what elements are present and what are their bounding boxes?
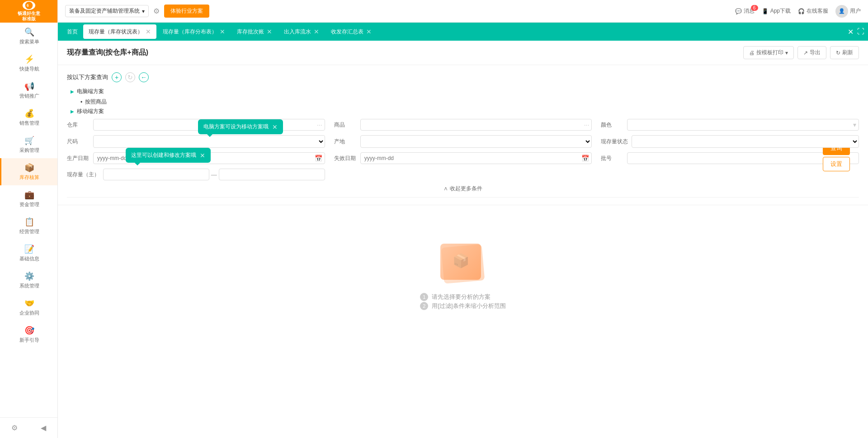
sidebar-item-operations[interactable]: 📋 经营管理 <box>0 212 57 240</box>
tab-in-out-flow[interactable]: 出入库流水 ✕ <box>278 24 325 39</box>
user-item[interactable]: 👤 用户 <box>835 5 861 18</box>
tab-close-icon[interactable]: ✕ <box>146 28 151 35</box>
header-right: 💬 消息 6 📱 App下载 🎧 在线客服 👤 用户 <box>735 5 861 18</box>
box-emoji-icon: 📦 <box>440 244 481 268</box>
tab-close-icon[interactable]: ✕ <box>267 28 272 35</box>
tab-expand-icon[interactable]: ⛶ <box>857 28 864 36</box>
settings-bottom-icon[interactable]: ⚙ <box>9 421 20 434</box>
back-arrow-button[interactable]: ← <box>139 72 149 82</box>
chevron-down-icon: ▾ <box>142 8 145 14</box>
sidebar-item-search[interactable]: 🔍 搜索菜单 <box>0 23 57 50</box>
sidebar-item-quick-nav[interactable]: ⚡ 快捷导航 <box>0 50 57 77</box>
sidebar: 6 畅通好生意 标准版 🔍 搜索菜单 ⚡ 快捷导航 📢 营销推广 💰 销售管理 … <box>0 0 58 438</box>
sidebar-item-purchase[interactable]: 🛒 采购管理 <box>0 131 57 158</box>
refresh-button[interactable]: ↻ 刷新 <box>830 46 859 59</box>
dot-icon: • <box>80 99 82 105</box>
tab-bar: 首页 现存量（库存状况表） ✕ 现存量（库存分布表） ✕ 库存批次账 ✕ 出入库… <box>58 23 868 41</box>
step-1-num: 1 <box>420 293 428 301</box>
sidebar-item-label: 企业协同 <box>19 310 39 316</box>
tab-collect-summary[interactable]: 收发存汇总表 ✕ <box>326 24 377 39</box>
collapse-row[interactable]: ∧ 收起更多条件 <box>67 180 859 198</box>
collapse-sidebar-icon[interactable]: ◀ <box>38 421 48 434</box>
desktop-plan-item[interactable]: ▶ 电脑端方案 <box>67 88 859 95</box>
sidebar-item-system[interactable]: ⚙️ 系统管理 <box>0 267 57 294</box>
sidebar-item-assets[interactable]: 💼 资金管理 <box>0 185 57 212</box>
print-button[interactable]: 🖨 按模板打印 ▾ <box>743 46 794 59</box>
refresh-plan-button[interactable]: ↻ <box>125 72 135 82</box>
tab-close-icon[interactable]: ✕ <box>314 28 319 35</box>
expiry-date-wrapper: 📅 <box>360 152 592 164</box>
origin-select[interactable] <box>360 135 592 148</box>
size-input-wrapper <box>93 135 325 148</box>
add-plan-button[interactable]: + <box>112 72 122 82</box>
sidebar-item-basics[interactable]: 📝 基础信息 <box>0 240 57 267</box>
stock-status-label: 现存量状态 <box>601 138 628 146</box>
desktop-plan-label: 电脑端方案 <box>77 88 104 95</box>
system-selector[interactable]: 装备及固定资产辅助管理系统 ▾ <box>65 5 149 17</box>
size-select[interactable] <box>93 135 325 148</box>
size-label: 尺码 <box>67 138 90 146</box>
filter-row-1: 仓库 ··· 商品 ··· <box>67 119 859 131</box>
briefcase-icon: 💼 <box>24 190 34 200</box>
sidebar-item-sales[interactable]: 💰 销售管理 <box>0 104 57 131</box>
stock-qty-max-input[interactable] <box>219 169 325 180</box>
tooltip-plan-text: 电脑方案可设为移动方案哦 <box>203 123 269 131</box>
empty-step-2: 2 用[过滤]条件来缩小分析范围 <box>420 302 505 310</box>
stock-status-select[interactable] <box>632 135 859 148</box>
filter-color: 颜色 ▾ <box>601 119 859 131</box>
goods-input[interactable] <box>360 119 592 131</box>
tab-close-icon[interactable]: ✕ <box>220 28 225 35</box>
sub-plan-item[interactable]: • 按照商品 <box>80 98 859 106</box>
sidebar-item-label: 资金管理 <box>19 201 39 208</box>
export-button[interactable]: ↗ 导出 <box>797 46 826 59</box>
sub-plan-label: 按照商品 <box>85 98 107 106</box>
collapse-label: 收起更多条件 <box>450 185 482 192</box>
goods-label: 商品 <box>334 121 357 129</box>
online-support-label: 在线客服 <box>807 7 828 15</box>
filter-goods: 商品 ··· <box>334 119 592 131</box>
empty-box-front: 📦 <box>440 244 481 280</box>
expiry-date-input[interactable] <box>360 152 592 164</box>
filter-row-2: 尺码 产地 现存量状态 <box>67 135 859 148</box>
step-2-text: 用[过滤]条件来缩小分析范围 <box>432 302 505 310</box>
sidebar-bottom: ⚙ ◀ <box>0 417 57 438</box>
page-inner: 现存量查询(按仓库+商品) 🖨 按模板打印 ▾ ↗ 导出 ↻ 刷新 <box>58 41 868 438</box>
sidebar-item-marketing[interactable]: 📢 营销推广 <box>0 77 57 104</box>
sidebar-item-inventory[interactable]: 📦 库存核算 <box>0 158 57 185</box>
header-settings-icon[interactable]: ⚙ <box>153 7 160 15</box>
stock-qty-min-input[interactable] <box>103 169 209 180</box>
chat-icon: 💬 <box>735 8 742 14</box>
goods-input-wrapper: ··· <box>360 119 592 131</box>
app-download-item[interactable]: 📱 App下载 <box>762 7 791 15</box>
mobile-plan-item[interactable]: ▶ 移动端方案 <box>67 108 859 115</box>
tab-close-all-icon[interactable]: ✕ <box>848 28 854 36</box>
sidebar-item-label: 采购管理 <box>19 147 39 154</box>
tab-inventory-dist[interactable]: 现存量（库存分布表） ✕ <box>157 24 231 39</box>
tab-close-icon[interactable]: ✕ <box>366 28 372 35</box>
batch-label: 批号 <box>601 155 623 162</box>
cart-icon: 🛒 <box>24 136 34 146</box>
tab-home[interactable]: 首页 <box>61 24 83 39</box>
handshake-icon: 🤝 <box>24 298 34 308</box>
tooltip-close-icon[interactable]: ✕ <box>272 123 278 131</box>
page-actions: 🖨 按模板打印 ▾ ↗ 导出 ↻ 刷新 <box>743 46 859 59</box>
refresh-icon: ↻ <box>836 50 840 56</box>
tab-batch-account[interactable]: 库存批次账 ✕ <box>231 24 278 39</box>
plan-section: ▶ 电脑端方案 • 按照商品 ▶ 移动端方案 <box>67 88 859 115</box>
color-input[interactable] <box>627 119 859 131</box>
sidebar-item-newbie[interactable]: 🎯 新手引导 <box>0 321 57 348</box>
online-support-item[interactable]: 🎧 在线客服 <box>798 7 828 15</box>
expiry-date-label: 失效日期 <box>334 155 357 162</box>
avatar-icon: 👤 <box>839 8 845 14</box>
empty-steps: 1 请先选择要分析的方案 2 用[过滤]条件来缩小分析范围 <box>420 292 505 311</box>
tab-inventory-status[interactable]: 现存量（库存状况表） ✕ <box>83 24 156 39</box>
sidebar-item-enterprise[interactable]: 🤝 企业协同 <box>0 294 57 321</box>
message-item[interactable]: 💬 消息 6 <box>735 7 755 15</box>
color-label: 颜色 <box>601 121 623 129</box>
tooltip-close-icon[interactable]: ✕ <box>200 152 205 159</box>
trial-button[interactable]: 体验行业方案 <box>164 5 209 18</box>
set-button[interactable]: 设置 <box>823 157 850 171</box>
svg-text:6: 6 <box>27 3 29 8</box>
filter-stock-qty: 现存量（主） — <box>67 169 325 180</box>
desktop-plan-sub: • 按照商品 <box>67 98 859 106</box>
